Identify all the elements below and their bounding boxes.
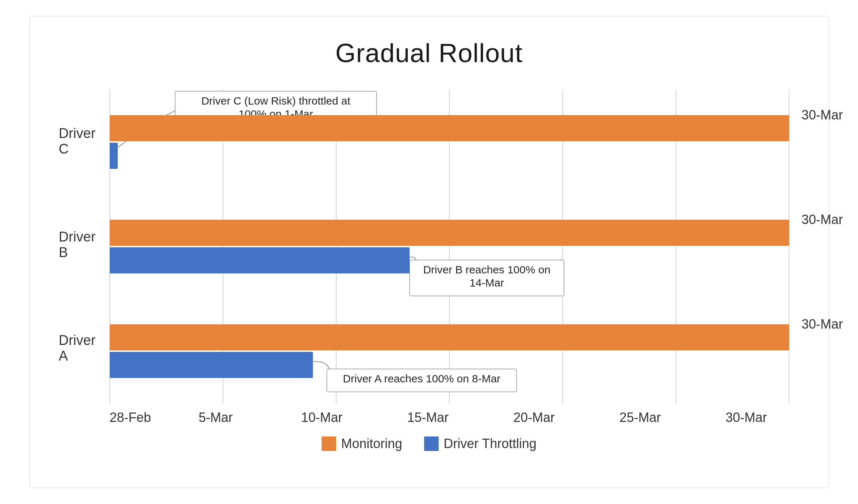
bar-blue-a: [110, 352, 313, 378]
bar-orange-c: [110, 115, 789, 141]
right-label-a: 30-Mar: [801, 311, 843, 337]
bar-blue-b: [110, 247, 410, 273]
x-tick-2: 10-Mar: [269, 410, 375, 425]
bar-group-c: [110, 115, 799, 169]
x-tick-4: 20-Mar: [481, 410, 587, 425]
x-tick-1: 5-Mar: [163, 410, 269, 425]
legend-item-throttling: Driver Throttling: [424, 436, 536, 451]
y-label-c: Driver C: [59, 126, 102, 157]
x-tick-3: 15-Mar: [375, 410, 481, 425]
legend-label-throttling: Driver Throttling: [444, 436, 536, 451]
right-label-c: 30-Mar: [801, 102, 843, 128]
chart-container: Gradual Rollout Driver C Driver B Driver…: [29, 16, 829, 488]
x-tick-6: 30-Mar: [693, 410, 799, 425]
legend-label-monitoring: Monitoring: [341, 436, 402, 451]
y-axis-labels: Driver C Driver B Driver A: [59, 90, 110, 403]
bar-orange-b: [110, 220, 789, 246]
bar-group-a: [110, 324, 799, 378]
x-axis: 28-Feb 5-Mar 10-Mar 15-Mar 20-Mar 25-Mar…: [59, 403, 799, 425]
chart-plot: Driver C (Low Risk) throttled at100% on …: [110, 90, 799, 403]
right-label-b: 30-Mar: [801, 207, 843, 233]
chart-area: Driver C Driver B Driver A Driver C (Low…: [59, 90, 799, 451]
driver-row-b: 30-Mar: [110, 207, 799, 286]
bar-group-b: [110, 220, 799, 273]
chart-inner: Driver C Driver B Driver A Driver C (Low…: [59, 90, 799, 403]
x-tick-5: 25-Mar: [587, 410, 693, 425]
x-tick-0: 28-Feb: [110, 410, 163, 425]
bar-orange-a: [110, 324, 789, 350]
legend-item-monitoring: Monitoring: [322, 436, 402, 451]
legend-swatch-orange: [322, 436, 336, 451]
y-label-b: Driver B: [59, 229, 102, 260]
driver-row-c: 30-Mar: [110, 102, 799, 182]
chart-title: Gradual Rollout: [59, 38, 799, 68]
bar-blue-c: [110, 143, 118, 169]
legend-swatch-blue: [424, 436, 439, 451]
driver-row-a: 30-Mar: [110, 311, 799, 391]
y-label-a: Driver A: [59, 333, 102, 364]
legend: Monitoring Driver Throttling: [59, 436, 799, 451]
